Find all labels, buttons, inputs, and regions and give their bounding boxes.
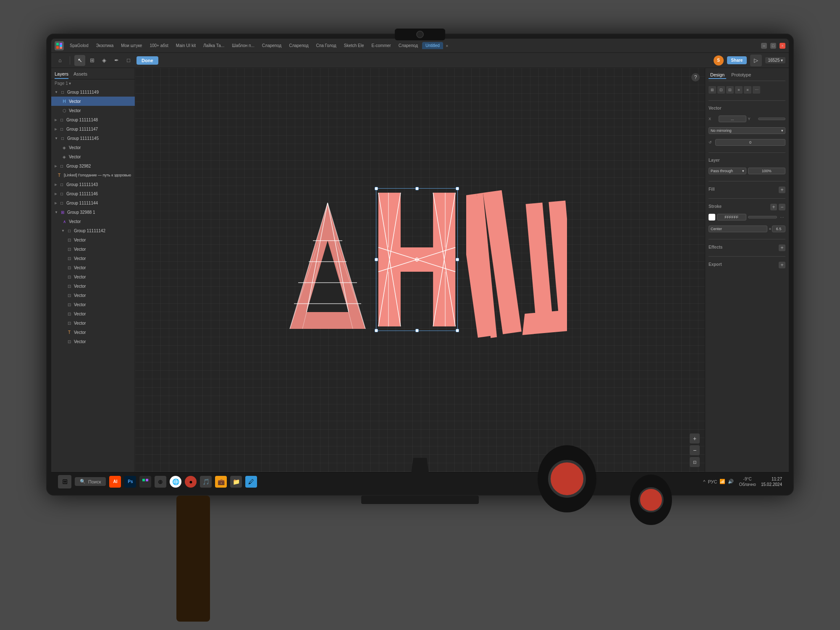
tab-shtuke[interactable]: Мои штуке xyxy=(118,42,145,49)
letter-h-selected[interactable] xyxy=(376,188,458,331)
shape-tool[interactable]: □ xyxy=(123,55,134,66)
frame-tool[interactable]: ⊞ xyxy=(87,55,97,66)
distribute[interactable]: ⋯ xyxy=(753,86,760,94)
canvas-area[interactable]: + − ⊡ ? xyxy=(135,68,705,472)
tab-ecomm[interactable]: E-commer xyxy=(368,42,394,49)
selection-handle-tm[interactable] xyxy=(415,187,419,190)
stroke-color-swatch[interactable] xyxy=(709,214,715,220)
stroke-options-button[interactable]: ⋯ xyxy=(779,214,785,220)
zoom-indicator[interactable]: 16525 ▾ xyxy=(765,57,785,63)
stroke-color-input[interactable]: FFFFFF xyxy=(717,214,746,220)
layer-item[interactable]: ⊡ Vector xyxy=(51,281,135,291)
pen-tool[interactable]: ✒ xyxy=(111,55,122,66)
remove-stroke-button[interactable]: − xyxy=(779,204,785,210)
layer-item[interactable]: ∧ Vector xyxy=(51,217,135,226)
selection-handle-ml[interactable] xyxy=(375,258,378,261)
layer-item[interactable]: ⊡ Vector xyxy=(51,318,135,328)
taskbar-icon-7[interactable]: 🎵 xyxy=(200,476,212,488)
present-button[interactable]: ▷ xyxy=(750,55,762,66)
done-button[interactable]: Done xyxy=(136,56,158,65)
layer-item[interactable]: ▶ □ Group 11111148 xyxy=(51,115,135,124)
user-avatar[interactable]: S xyxy=(714,55,724,66)
layer-item[interactable]: ▶ □ Group 11111143 xyxy=(51,180,135,189)
layer-item[interactable]: ⊡ Vector xyxy=(51,272,135,281)
align-right[interactable]: ⊟ xyxy=(726,86,734,94)
stroke-opacity-input[interactable] xyxy=(748,216,777,218)
selection-handle-mr[interactable] xyxy=(456,258,459,261)
zoom-out-button[interactable]: − xyxy=(690,445,700,455)
layer-item[interactable]: T Vector xyxy=(51,328,135,337)
layer-list[interactable]: ▼ □ Group 11111149 H Vector ⬡ Vector xyxy=(51,87,135,472)
page-indicator[interactable]: Page 1 ▾ xyxy=(55,81,71,86)
layer-item[interactable]: ▶ □ Group 11111144 xyxy=(51,198,135,207)
start-button[interactable]: ⊞ xyxy=(58,475,71,488)
design-tab[interactable]: Design xyxy=(709,71,726,79)
layer-item[interactable]: ⊡ Vector xyxy=(51,254,135,263)
taskbar-icon-9[interactable]: 📁 xyxy=(230,476,242,488)
selection-handle-tr[interactable] xyxy=(456,187,459,190)
home-button[interactable]: ⌂ xyxy=(55,55,66,66)
align-middle[interactable]: ≡ xyxy=(744,86,751,94)
layer-item[interactable]: ⊡ Vector xyxy=(51,263,135,272)
layer-item[interactable]: ◈ Vector xyxy=(51,143,135,152)
fit-button[interactable]: ⊡ xyxy=(690,457,700,467)
taskbar-icon-4[interactable]: ⊕ xyxy=(155,476,166,488)
taskbar-icon-6[interactable]: ● xyxy=(185,476,197,488)
component-tool[interactable]: ◈ xyxy=(99,55,110,66)
selection-handle-bl[interactable] xyxy=(375,329,378,332)
layer-item[interactable]: ⊡ Vector xyxy=(51,291,135,300)
tab-untitled[interactable]: Untitled xyxy=(422,42,443,49)
maximize-button[interactable]: □ xyxy=(770,43,776,49)
blend-mode-select[interactable]: Pass through ▾ xyxy=(709,168,746,174)
tab-slarepod2[interactable]: Сларепод xyxy=(286,42,312,49)
search-button[interactable]: 🔍 Поиск xyxy=(75,477,106,486)
tab-shablon[interactable]: Шаблон п... xyxy=(228,42,258,49)
selection-handle-tl[interactable] xyxy=(375,187,378,190)
layer-item[interactable]: ▶ □ Group 32982 xyxy=(51,161,135,171)
assets-tab[interactable]: Assets xyxy=(74,70,87,79)
zoom-in-button[interactable]: + xyxy=(690,433,700,444)
close-button[interactable]: × xyxy=(780,43,785,49)
add-fill-button[interactable]: + xyxy=(779,186,785,193)
align-center[interactable]: ⊡ xyxy=(717,86,725,94)
x-input[interactable]: ... xyxy=(719,116,746,122)
tab-slarepod3[interactable]: Сларепод xyxy=(395,42,421,49)
tab-spagolod[interactable]: SpaGolod xyxy=(66,42,92,49)
layer-item[interactable]: ▼ □ Group 11111142 xyxy=(51,226,135,235)
y-input[interactable] xyxy=(758,118,786,120)
layer-item[interactable]: ⊡ Vector xyxy=(51,300,135,309)
tab-abst[interactable]: 100+ абst xyxy=(146,42,171,49)
layer-item[interactable]: ⊡ Vector xyxy=(51,235,135,244)
layer-item[interactable]: ⊡ Vector xyxy=(51,244,135,254)
tab-slarepod1[interactable]: Сларепод xyxy=(259,42,285,49)
tab-main-ui[interactable]: Main UI kit xyxy=(173,42,199,49)
taskbar-icon-10[interactable]: 🖊 xyxy=(245,476,257,488)
layer-item[interactable]: ⊡ Vector xyxy=(51,337,135,346)
taskbar-figma-icon[interactable] xyxy=(139,476,151,488)
align-top[interactable]: ≡ xyxy=(735,86,743,94)
app-logo[interactable] xyxy=(55,41,64,50)
taskbar-icon-8[interactable]: 💼 xyxy=(215,476,227,488)
add-effect-button[interactable]: + xyxy=(779,244,785,251)
mirroring-select[interactable]: No mirroring ▾ xyxy=(709,127,785,134)
taskbar-chrome-icon[interactable]: 🌐 xyxy=(170,476,181,488)
layer-item[interactable]: ⊡ Vector xyxy=(51,309,135,318)
selection-handle-br[interactable] xyxy=(456,329,459,332)
layers-tab[interactable]: Layers xyxy=(55,70,68,79)
selection-handle-bm[interactable] xyxy=(415,329,419,332)
taskbar-ps-icon[interactable]: Ps xyxy=(124,476,136,488)
add-stroke-button[interactable]: + xyxy=(770,204,777,210)
tab-sketch[interactable]: Sketch Ele xyxy=(341,42,368,49)
layer-item[interactable]: ◈ Vector xyxy=(51,152,135,161)
align-left[interactable]: ⊞ xyxy=(709,86,716,94)
layer-item[interactable]: ▶ □ Group 11111146 xyxy=(51,189,135,198)
move-tool[interactable]: ↖ xyxy=(74,55,85,66)
clock[interactable]: 11:27 15.02.2024 xyxy=(761,476,782,487)
layer-item[interactable]: ⬡ Vector xyxy=(51,106,135,115)
close-tab-icon[interactable]: × xyxy=(444,43,450,48)
stroke-align-select[interactable]: Center xyxy=(709,226,767,232)
help-button[interactable]: ? xyxy=(691,73,700,81)
layer-item[interactable]: ▼ □ Group 11111145 xyxy=(51,134,135,143)
layer-item[interactable]: ▼ ⊞ Group 32988 1 xyxy=(51,207,135,217)
layer-item[interactable]: ▼ □ Group 11111149 xyxy=(51,87,135,97)
